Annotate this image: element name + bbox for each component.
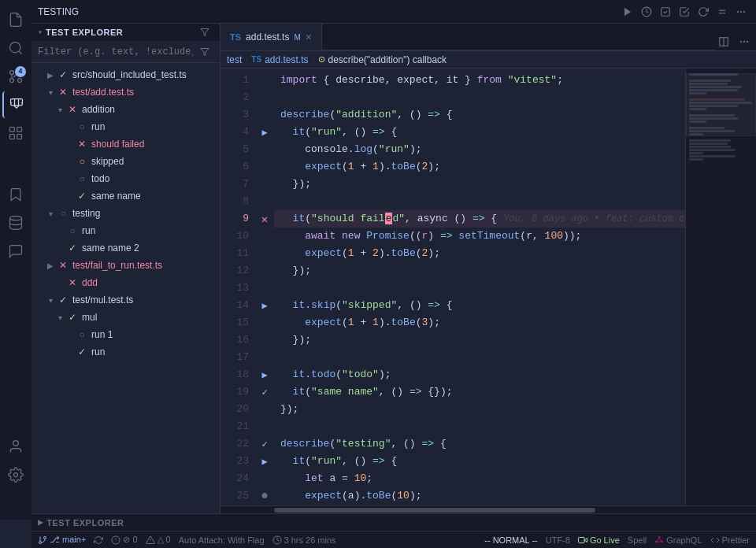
tree-item-label: run [82,225,95,236]
h-scrollbar-thumb[interactable] [274,508,595,513]
status-spell[interactable]: Spell [628,535,647,545]
status-sync[interactable] [94,535,103,545]
status-fail-icon: ✕ [66,103,79,116]
title-text: TESTING [38,6,79,17]
svg-point-11 [14,473,18,477]
h-scrollbar[interactable] [220,505,756,513]
activity-icon-account[interactable] [2,433,29,460]
test-tree: ▶ ✓ src/should_included_test.ts ▾ ✕ test… [32,63,220,513]
minimap[interactable] [685,68,756,505]
tree-item-mul[interactable]: ▾ ✓ mul [32,309,220,326]
results-button[interactable] [676,3,693,20]
run-all-button[interactable] [619,3,636,20]
status-circle-icon: ○ [76,120,88,133]
status-graphql[interactable]: GraphQL [654,535,702,545]
ts-icon: TS [230,32,241,42]
tree-item-should-failed[interactable]: ▶ ✕ should failed [32,135,220,153]
tree-item-add-test[interactable]: ▾ ✕ test/add.test.ts [32,83,220,101]
editor-body: 1234 5678 910 11121314 15161718 19202122… [220,68,756,505]
minimap-viewport [686,73,756,136]
activity-icon-search[interactable] [2,35,29,61]
line-numbers: 1234 5678 910 11121314 15161718 19202122… [220,68,255,505]
activity-icon-chat[interactable] [2,238,29,265]
tree-item-mul-run1[interactable]: ▶ ○ run 1 [32,326,220,343]
tree-item-run[interactable]: ▶ ○ run [32,118,220,135]
history-button[interactable] [638,3,655,20]
tree-item-addition[interactable]: ▾ ✕ addition [32,101,220,118]
gutter-9[interactable]: ✕ [255,210,274,228]
filter-bar [32,41,220,63]
code-line-19: it("same name", () => {}); [274,383,685,401]
filter-input[interactable] [38,46,193,57]
filter-icon[interactable] [196,24,213,41]
filter-button[interactable] [196,43,213,61]
panel-more-button[interactable] [736,33,753,50]
status-warnings[interactable]: △ 0 [146,535,171,545]
gutter-17 [255,349,274,366]
status-timer[interactable]: 3 hrs 26 mins [272,535,336,545]
code-line-10: await new Promise((r) => setTimeout(r, 1… [274,228,685,245]
tree-item-ddd[interactable]: ▶ ✕ ddd [32,274,220,291]
code-line-2 [274,89,685,106]
gutter-14[interactable]: ▶ [255,297,274,314]
tree-item-src-should[interactable]: ▶ ✓ src/should_included_test.ts [32,66,220,83]
auto-attach-label: Auto Attach: With Flag [179,535,265,545]
status-encoding[interactable]: UTF-8 [546,535,570,545]
tree-item-same-name-2[interactable]: ▶ ✓ same name 2 [32,239,220,257]
status-liveshare[interactable]: Go Live [578,535,620,545]
activity-icon-source-control[interactable]: 4 [2,63,29,90]
tab-add-test[interactable]: TS add.test.ts M × [220,24,322,50]
status-todo-icon: ○ [76,172,88,185]
breadcrumb-sep-1: › [245,54,248,65]
tree-item-mul-test[interactable]: ▾ ✓ test/mul.test.ts [32,291,220,309]
status-prettier[interactable]: Prettier [710,535,750,545]
activity-icon-testing[interactable] [2,91,29,118]
tree-item-mul-run[interactable]: ▶ ✓ run [32,343,220,361]
tree-item-todo[interactable]: ▶ ○ todo [32,170,220,187]
tree-item-testing-run[interactable]: ▶ ○ run [32,222,220,239]
tree-item-testing[interactable]: ▾ ○ testing [32,205,220,222]
coverage-button[interactable] [657,3,674,20]
gutter-18[interactable]: ▶ [255,366,274,383]
svg-rect-7 [17,135,22,139]
bottom-test-explorer-label[interactable]: TEST EXPLORER [46,518,124,528]
tree-item-label: run [91,121,105,132]
gutter-22[interactable]: ✓ [255,435,274,453]
status-fail-icon: ✕ [57,86,69,98]
tree-item-same-name[interactable]: ▶ ✓ same name [32,187,220,205]
code-view[interactable]: 1234 5678 910 11121314 15161718 19202122… [220,68,685,505]
refresh-button[interactable] [695,3,712,20]
activity-icon-extensions[interactable] [2,120,29,146]
tab-close-button[interactable]: × [306,31,312,43]
code-line-21 [274,418,685,435]
collapse-button[interactable] [713,3,731,20]
status-mode[interactable]: -- NORMAL -- [484,535,537,545]
activity-icon-database[interactable] [2,209,29,236]
tree-item-label: run 1 [91,329,113,340]
activity-icon-bookmark[interactable] [2,181,29,208]
more-options-button[interactable] [732,3,750,20]
breadcrumb-test[interactable]: test [227,54,242,65]
sidebar: ▾ TEST EXPLORER ▶ ✓ sr [32,24,220,513]
activity-icon-settings[interactable] [2,461,29,488]
status-pass-icon: ✓ [66,242,79,254]
breadcrumb-file[interactable]: add.test.ts [265,54,308,65]
status-errors[interactable]: ⊘ 0 [111,535,137,545]
bottom-chevron-icon: ▶ [38,517,43,528]
gutter-10 [255,228,274,245]
panel-split-button[interactable] [715,33,732,50]
activity-icon-files[interactable] [2,6,29,33]
status-branch[interactable]: ⎇ main+ [38,535,86,545]
breadcrumb-func-icon: ⊙ [318,54,325,65]
tree-item-skipped[interactable]: ▶ ○ skipped [32,153,220,170]
svg-point-29 [39,541,42,543]
tree-item-label: addition [82,104,115,115]
status-fail-icon: ✕ [76,138,88,150]
status-bar: ⎇ main+ ⊘ 0 △ 0 Auto Attach: With Flag 3… [32,531,756,548]
gutter-4[interactable]: ▶ [255,124,274,141]
status-auto-attach[interactable]: Auto Attach: With Flag [179,535,265,545]
bottom-test-explorer-bar: ▶ TEST EXPLORER [32,513,756,531]
tree-item-fail-run[interactable]: ▶ ✕ test/fail_to_run.test.ts [32,257,220,274]
gutter-19[interactable]: ✓ [255,383,274,401]
gutter-23[interactable]: ▶ [255,453,274,470]
